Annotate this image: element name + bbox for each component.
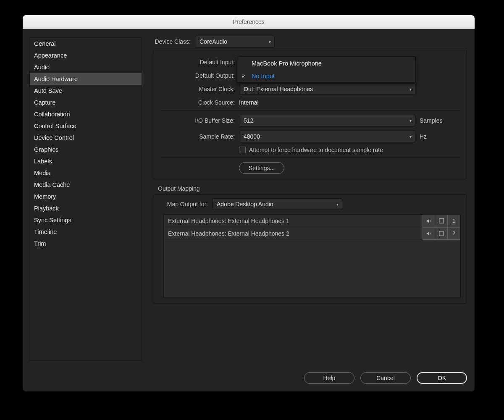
force-sample-rate-checkbox[interactable]: Attempt to force hardware to document sa… bbox=[239, 147, 461, 153]
sidebar-item-audio[interactable]: Audio bbox=[30, 61, 142, 73]
io-buffer-label: I/O Buffer Size: bbox=[155, 117, 239, 124]
sidebar-item-auto-save[interactable]: Auto Save bbox=[30, 85, 142, 97]
force-sample-rate-label: Attempt to force hardware to document sa… bbox=[249, 147, 383, 153]
checkbox-icon bbox=[239, 147, 246, 153]
clock-source-value: Internal bbox=[239, 99, 259, 106]
dropdown-item-label: No Input bbox=[252, 73, 275, 79]
cancel-button[interactable]: Cancel bbox=[360, 372, 411, 384]
sidebar-item-capture[interactable]: Capture bbox=[30, 97, 142, 108]
sidebar-item-general[interactable]: General bbox=[30, 38, 142, 50]
dialog-footer: Help Cancel OK bbox=[304, 372, 467, 384]
output-mapping-title: Output Mapping bbox=[158, 185, 467, 192]
map-output-select[interactable]: Adobe Desktop Audio ▾ bbox=[212, 198, 342, 210]
chevron-down-icon: ▾ bbox=[410, 134, 412, 139]
chevron-down-icon: ▾ bbox=[410, 87, 412, 92]
output-channel-list: External Headphones: External Headphones… bbox=[163, 214, 461, 297]
help-button[interactable]: Help bbox=[304, 372, 354, 384]
channel-number[interactable]: 1 bbox=[448, 215, 460, 227]
sidebar-item-device-control[interactable]: Device Control bbox=[30, 132, 142, 144]
device-class-select[interactable]: CoreAudio ▾ bbox=[195, 36, 275, 47]
map-output-value: Adobe Desktop Audio bbox=[217, 201, 273, 207]
chevron-down-icon: ▾ bbox=[269, 39, 271, 44]
sidebar-item-labels[interactable]: Labels bbox=[30, 155, 142, 167]
sample-rate-value: 48000 bbox=[244, 133, 260, 140]
sidebar-item-graphics[interactable]: Graphics bbox=[30, 144, 142, 155]
sidebar-item-collaboration[interactable]: Collaboration bbox=[30, 108, 142, 120]
io-buffer-select[interactable]: 512 ▾ bbox=[239, 115, 415, 126]
sidebar-item-media[interactable]: Media bbox=[30, 167, 142, 179]
check-icon: ✓ bbox=[242, 73, 246, 79]
output-channel-row: External Headphones: External Headphones… bbox=[164, 227, 460, 240]
output-channel-row: External Headphones: External Headphones… bbox=[164, 215, 460, 227]
default-input-dropdown: MacBook Pro Microphone✓No Input bbox=[237, 57, 416, 83]
channel-number[interactable]: 2 bbox=[448, 227, 460, 240]
sidebar-item-sync-settings[interactable]: Sync Settings bbox=[30, 214, 142, 226]
map-output-label: Map Output for: bbox=[155, 201, 212, 207]
sidebar-item-appearance[interactable]: Appearance bbox=[30, 50, 142, 61]
device-class-label: Device Class: bbox=[149, 38, 195, 45]
output-channel-label: External Headphones: External Headphones… bbox=[168, 230, 289, 237]
divider bbox=[161, 110, 461, 110]
sidebar-item-control-surface[interactable]: Control Surface bbox=[30, 120, 142, 132]
io-buffer-value: 512 bbox=[244, 117, 253, 124]
device-class-value: CoreAudio bbox=[200, 38, 227, 45]
master-clock-value: Out: External Headphones bbox=[244, 86, 313, 92]
master-clock-select[interactable]: Out: External Headphones ▾ bbox=[239, 83, 415, 95]
link-icon[interactable] bbox=[435, 215, 448, 227]
sample-rate-select[interactable]: 48000 ▾ bbox=[239, 131, 415, 142]
default-input-label: Default Input: bbox=[155, 59, 239, 66]
content: GeneralAppearanceAudioAudio HardwareAuto… bbox=[23, 29, 475, 391]
dropdown-item-label: MacBook Pro Microphone bbox=[252, 60, 322, 67]
sidebar-item-media-cache[interactable]: Media Cache bbox=[30, 179, 142, 191]
sidebar-list: GeneralAppearanceAudioAudio HardwareAuto… bbox=[29, 37, 142, 361]
svg-rect-0 bbox=[439, 218, 444, 223]
output-channel-label: External Headphones: External Headphones… bbox=[168, 218, 289, 224]
ok-button[interactable]: OK bbox=[417, 372, 467, 384]
window-title: Preferences bbox=[23, 15, 475, 29]
sidebar-item-audio-hardware[interactable]: Audio Hardware bbox=[30, 73, 142, 85]
io-buffer-unit: Samples bbox=[420, 117, 442, 124]
sidebar-item-trim[interactable]: Trim bbox=[30, 238, 142, 249]
sidebar-item-memory[interactable]: Memory bbox=[30, 191, 142, 202]
main-panel: Device Class: CoreAudio ▾ Default Input:… bbox=[149, 29, 475, 391]
speaker-icon[interactable] bbox=[423, 227, 435, 240]
default-output-label: Default Output: bbox=[155, 72, 239, 79]
dropdown-item-no-input[interactable]: ✓No Input bbox=[237, 70, 415, 82]
clock-source-label: Clock Source: bbox=[155, 99, 239, 106]
master-clock-label: Master Clock: bbox=[155, 86, 239, 92]
sidebar-item-timeline[interactable]: Timeline bbox=[30, 226, 142, 238]
preferences-window: Preferences GeneralAppearanceAudioAudio … bbox=[23, 15, 475, 391]
chevron-down-icon: ▾ bbox=[410, 118, 412, 123]
sample-rate-unit: Hz bbox=[420, 133, 427, 140]
divider bbox=[161, 158, 461, 158]
link-icon[interactable] bbox=[435, 227, 448, 240]
speaker-icon[interactable] bbox=[423, 215, 435, 227]
dropdown-item-macbook-pro-microphone[interactable]: MacBook Pro Microphone bbox=[237, 57, 415, 70]
sidebar: GeneralAppearanceAudioAudio HardwareAuto… bbox=[23, 29, 149, 391]
output-mapping-group: Map Output for: Adobe Desktop Audio ▾ Ex… bbox=[153, 194, 467, 304]
sample-rate-label: Sample Rate: bbox=[155, 133, 239, 140]
settings-button[interactable]: Settings... bbox=[239, 162, 284, 174]
chevron-down-icon: ▾ bbox=[336, 202, 339, 207]
svg-rect-1 bbox=[439, 231, 444, 236]
sidebar-item-playback[interactable]: Playback bbox=[30, 202, 142, 214]
